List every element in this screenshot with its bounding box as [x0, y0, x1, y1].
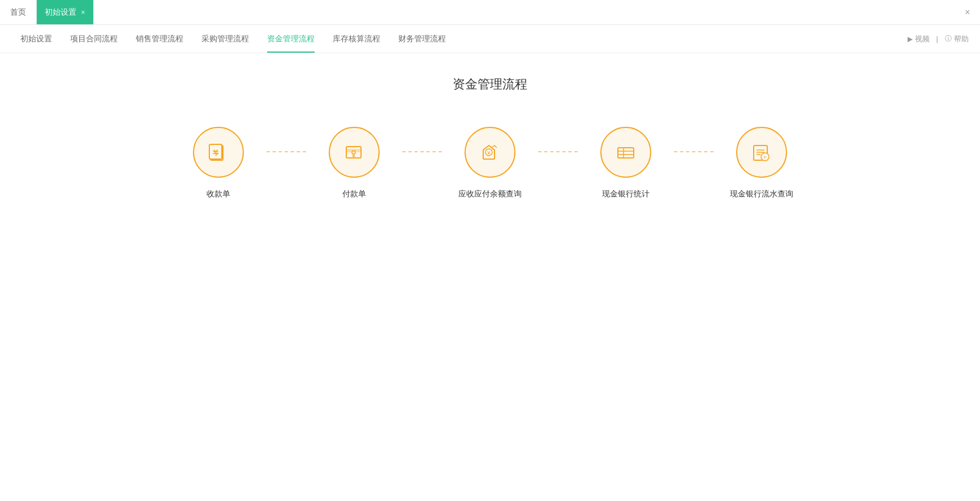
main-content: 资金管理流程 ¥ 收款单 [0, 53, 980, 222]
nav-label-purchase: 采购管理流程 [201, 34, 249, 44]
nav-bar: 初始设置 项目合同流程 销售管理流程 采购管理流程 资金管理流程 库存核算流程 … [0, 25, 980, 53]
video-label: 视频 [915, 34, 930, 44]
flow-row: ¥ 收款单 ¥ [173, 127, 807, 199]
nav-label-sales: 销售管理流程 [136, 34, 183, 44]
receipt-label: 收款单 [207, 189, 230, 199]
nav-item-inventory[interactable]: 库存核算流程 [324, 25, 389, 53]
payment-label: 付款单 [342, 189, 366, 199]
bank-stat-icon-circle [600, 127, 651, 178]
flow-item-bank-stat[interactable]: 现金银行统计 [581, 127, 671, 199]
nav-label-project: 项目合同流程 [70, 34, 118, 44]
payment-icon-circle: ¥ [329, 127, 380, 178]
video-link[interactable]: ▶ 视频 [908, 34, 930, 44]
connector-3 [535, 151, 581, 175]
nav-item-initial[interactable]: 初始设置 [11, 25, 61, 53]
nav-bar-right: ▶ 视频 | ⓘ 帮助 [908, 34, 969, 44]
nav-item-sales[interactable]: 销售管理流程 [127, 25, 192, 53]
help-link[interactable]: ⓘ 帮助 [945, 34, 969, 44]
home-tab-label: 首页 [10, 7, 26, 18]
flow-item-balance[interactable]: ¥ 应收应付余额查询 [445, 127, 535, 199]
svg-text:+: + [763, 155, 766, 160]
balance-icon-circle: ¥ [465, 127, 515, 178]
nav-item-purchase[interactable]: 采购管理流程 [192, 25, 258, 53]
global-close-button[interactable]: × [955, 0, 980, 25]
nav-item-finance[interactable]: 财务管理流程 [389, 25, 455, 53]
balance-label: 应收应付余额查询 [458, 189, 522, 199]
nav-item-funds[interactable]: 资金管理流程 [258, 25, 324, 53]
bank-flow-label: 现金银行流水查询 [730, 189, 793, 199]
home-tab[interactable]: 首页 [0, 0, 37, 24]
receipt-icon-circle: ¥ [193, 127, 244, 178]
connector-1 [264, 151, 309, 175]
page-title: 资金管理流程 [453, 76, 527, 93]
nav-label-initial: 初始设置 [20, 34, 52, 44]
bank-flow-icon-circle: + [736, 127, 787, 178]
flow-item-bank-flow[interactable]: + 现金银行流水查询 [716, 127, 807, 199]
initial-setup-tab[interactable]: 初始设置 × [37, 0, 93, 24]
receipt-icon: ¥ [206, 140, 231, 165]
global-close-icon: × [965, 7, 970, 18]
nav-divider: | [936, 35, 938, 43]
bank-stat-label: 现金银行统计 [602, 189, 650, 199]
svg-text:¥: ¥ [487, 150, 491, 156]
connector-4 [671, 151, 716, 175]
close-tab-icon[interactable]: × [81, 8, 85, 16]
nav-label-funds: 资金管理流程 [267, 34, 315, 44]
bank-stat-icon [613, 140, 638, 165]
svg-rect-9 [618, 148, 634, 158]
nav-label-inventory: 库存核算流程 [333, 34, 380, 44]
flow-item-payment[interactable]: ¥ 付款单 [309, 127, 399, 199]
payment-icon: ¥ [342, 140, 367, 165]
balance-icon: ¥ [478, 140, 502, 165]
bank-flow-icon: + [749, 140, 774, 165]
active-tab-label: 初始设置 [45, 7, 76, 18]
top-tab-bar: 首页 初始设置 × × [0, 0, 980, 25]
connector-2 [399, 151, 445, 175]
nav-item-project[interactable]: 项目合同流程 [61, 25, 127, 53]
help-label: 帮助 [954, 34, 969, 44]
nav-label-finance: 财务管理流程 [398, 34, 446, 44]
svg-text:¥: ¥ [213, 148, 218, 156]
flow-item-receipt[interactable]: ¥ 收款单 [173, 127, 264, 199]
